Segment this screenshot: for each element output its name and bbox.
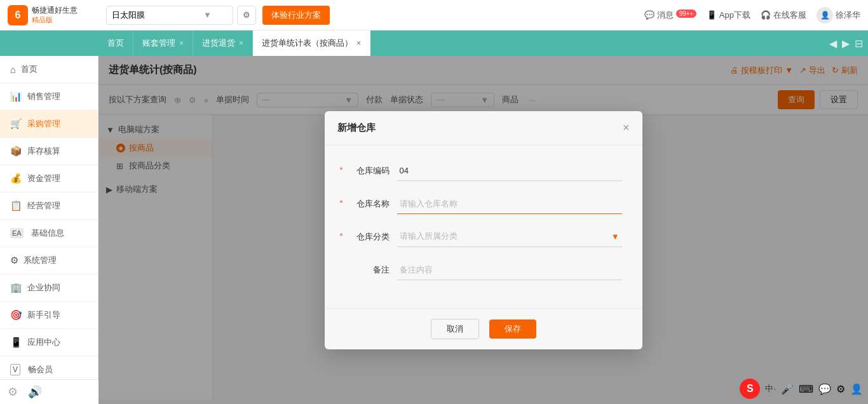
message-button[interactable]: 💬 消息 99++ bbox=[644, 10, 696, 21]
save-button[interactable]: 保存 bbox=[489, 320, 536, 339]
name-input[interactable] bbox=[397, 194, 622, 214]
sidebar-item-inventory[interactable]: 📦 库存核算 bbox=[0, 138, 98, 165]
tab-menu-icon[interactable]: ⊟ bbox=[855, 37, 863, 50]
operation-icon: 📋 bbox=[10, 200, 22, 212]
dropdown-arrow-icon: ▼ bbox=[203, 10, 212, 20]
sidebar-item-home[interactable]: ⌂ 首页 bbox=[0, 56, 98, 83]
form-row-code: 仓库编码 bbox=[345, 161, 622, 181]
code-label: 仓库编码 bbox=[345, 165, 390, 177]
dialog-body: 仓库编码 仓库名称 仓库分类 请输入所属分类 ▼ bbox=[325, 145, 642, 308]
tab-home[interactable]: 首页 bbox=[98, 30, 133, 56]
dialog-close-button[interactable]: × bbox=[623, 121, 630, 135]
sidebar-bottom: ⚙ 🔊 bbox=[0, 379, 98, 404]
search-input[interactable] bbox=[112, 10, 201, 20]
inventory-icon: 📦 bbox=[10, 145, 22, 157]
sidebar-item-enterprise[interactable]: 🏢 企业协同 bbox=[0, 274, 98, 302]
settings-bottom-icon[interactable]: ⚙ bbox=[8, 385, 18, 399]
service-button[interactable]: 🎧 在线客服 bbox=[761, 10, 806, 21]
category-label: 仓库分类 bbox=[345, 231, 390, 243]
form-row-remark: 备注 bbox=[345, 260, 622, 280]
remark-label: 备注 bbox=[345, 264, 390, 276]
main-layout: ⌂ 首页 📊 销售管理 🛒 采购管理 📦 库存核算 💰 资金管理 📋 经营管理 … bbox=[0, 56, 868, 404]
speaker-icon[interactable]: 🔊 bbox=[28, 385, 42, 399]
search-bar[interactable]: ▼ bbox=[106, 6, 233, 25]
purchase-icon: 🛒 bbox=[10, 118, 22, 130]
basic-info-icon: EA bbox=[10, 228, 24, 238]
avatar: 👤 bbox=[817, 7, 833, 24]
cancel-button[interactable]: 取消 bbox=[431, 319, 479, 339]
sales-icon: 📊 bbox=[10, 91, 22, 102]
home-icon: ⌂ bbox=[10, 64, 16, 75]
sidebar-item-basic-info[interactable]: EA 基础信息 bbox=[0, 220, 98, 247]
finance-icon: 💰 bbox=[10, 173, 22, 184]
guide-icon: 🎯 bbox=[10, 309, 22, 321]
sidebar-item-guide[interactable]: 🎯 新手引导 bbox=[0, 302, 98, 329]
chat-icon[interactable]: 💬 bbox=[818, 383, 831, 395]
dialog-header: 新增仓库 × bbox=[325, 111, 642, 145]
headset-icon: 🎧 bbox=[761, 10, 771, 20]
tab-account[interactable]: 账套管理 × bbox=[133, 30, 193, 56]
logo-icon: 6 bbox=[8, 5, 28, 25]
experience-button[interactable]: 体验行业方案 bbox=[262, 6, 330, 25]
content-area: 进货单统计(按商品) 🖨 按模板打印 ▼ ↗ 导出 ↻ 刷新 按以下方案查询 bbox=[98, 56, 868, 404]
dialog-title: 新增仓库 bbox=[337, 122, 376, 134]
phone-icon: 📱 bbox=[707, 10, 717, 20]
tab-purchase-stats[interactable]: 进货单统计表（按商品） × bbox=[253, 30, 370, 56]
tab-bar: 首页 账套管理 × 进货退货 × 进货单统计表（按商品） × ◀ ▶ ⊟ bbox=[0, 30, 868, 56]
tab-prev-icon[interactable]: ◀ bbox=[829, 37, 837, 50]
keyboard-icon[interactable]: ⌨ bbox=[799, 383, 813, 395]
dialog-footer: 取消 保存 bbox=[325, 308, 642, 349]
category-placeholder: 请输入所属分类 bbox=[400, 231, 458, 242]
logo-text: 畅捷通好生意 精品版 bbox=[32, 6, 78, 25]
gear-button[interactable]: ⚙ bbox=[237, 6, 256, 25]
settings-icon[interactable]: ⚙ bbox=[836, 383, 845, 395]
close-tab-purchase-stats[interactable]: × bbox=[356, 39, 361, 48]
name-label: 仓库名称 bbox=[345, 198, 390, 210]
system-icon: ⚙ bbox=[10, 255, 18, 266]
header-right: 💬 消息 99++ 📱 App下载 🎧 在线客服 👤 徐泽华 bbox=[644, 7, 860, 24]
sidebar-item-sales[interactable]: 📊 销售管理 bbox=[0, 83, 98, 111]
mic-icon[interactable]: 🎤 bbox=[781, 383, 794, 395]
remark-input[interactable] bbox=[397, 260, 622, 280]
zh-label: 中· bbox=[765, 383, 776, 394]
message-icon: 💬 bbox=[644, 10, 654, 20]
s-logo[interactable]: S bbox=[740, 379, 760, 399]
top-header: 6 畅捷通好生意 精品版 ▼ ⚙ 体验行业方案 💬 消息 99++ 📱 App下… bbox=[0, 0, 868, 30]
modal-overlay[interactable]: 新增仓库 × 仓库编码 仓库名称 仓库分类 bbox=[98, 56, 868, 404]
sidebar-item-app[interactable]: 📱 应用中心 bbox=[0, 329, 98, 356]
gear-icon: ⚙ bbox=[243, 10, 250, 20]
tab-next-icon[interactable]: ▶ bbox=[842, 37, 850, 50]
code-input[interactable] bbox=[397, 161, 622, 181]
sidebar: ⌂ 首页 📊 销售管理 🛒 采购管理 📦 库存核算 💰 资金管理 📋 经营管理 … bbox=[0, 56, 98, 404]
add-warehouse-dialog: 新增仓库 × 仓库编码 仓库名称 仓库分类 bbox=[325, 111, 642, 349]
sidebar-item-purchase[interactable]: 🛒 采购管理 bbox=[0, 111, 98, 138]
sidebar-item-operation[interactable]: 📋 经营管理 bbox=[0, 192, 98, 220]
bottom-right-bar: S 中· 🎤 ⌨ 💬 ⚙ 👤 bbox=[740, 379, 863, 399]
tab-purchase-return[interactable]: 进货退货 × bbox=[193, 30, 253, 56]
tab-bar-controls: ◀ ▶ ⊟ bbox=[829, 37, 868, 50]
app-download-button[interactable]: 📱 App下载 bbox=[707, 10, 750, 21]
logo-area: 6 畅捷通好生意 精品版 bbox=[8, 5, 106, 25]
message-badge: 99++ bbox=[676, 10, 696, 18]
sidebar-item-finance[interactable]: 💰 资金管理 bbox=[0, 165, 98, 192]
category-select[interactable]: 请输入所属分类 ▼ bbox=[397, 227, 622, 247]
close-tab-purchase-return[interactable]: × bbox=[239, 39, 243, 48]
enterprise-icon: 🏢 bbox=[10, 282, 22, 293]
sidebar-item-system[interactable]: ⚙ 系统管理 bbox=[0, 247, 98, 274]
user-icon[interactable]: 👤 bbox=[850, 383, 863, 395]
vip-icon: V bbox=[10, 364, 20, 375]
close-tab-account[interactable]: × bbox=[179, 39, 184, 48]
form-row-category: 仓库分类 请输入所属分类 ▼ bbox=[345, 227, 622, 247]
form-row-name: 仓库名称 bbox=[345, 194, 622, 214]
app-center-icon: 📱 bbox=[10, 337, 22, 348]
category-dropdown-icon: ▼ bbox=[611, 232, 620, 241]
user-profile[interactable]: 👤 徐泽华 bbox=[817, 7, 860, 24]
